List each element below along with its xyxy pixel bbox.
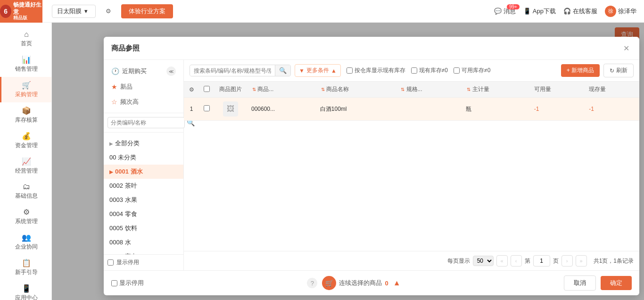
category-all[interactable]: ▶ 全部分类 — [104, 136, 183, 150]
sidebar-item-purchase[interactable]: 🛒 采购管理 — [0, 77, 51, 102]
product-search-box: 🔍 — [190, 65, 291, 76]
collapse-panel-button[interactable]: ≪ — [166, 67, 176, 76]
sidebar-item-finance[interactable]: 💰 资金管理 — [0, 128, 51, 153]
purchase-icon: 🛒 — [22, 81, 31, 90]
operations-icon: 📈 — [22, 157, 31, 166]
modal-header: 商品参照 ✕ — [104, 37, 639, 60]
category-search-section: 🔍 — [104, 113, 183, 133]
table-settings-icon[interactable]: ⚙ — [189, 86, 194, 93]
sidebar-item-apps[interactable]: 📱 应用中心 — [0, 280, 51, 300]
table-body: 1 🖼 — [184, 98, 639, 121]
category-snacks[interactable]: 0004 零食 — [104, 207, 183, 221]
user-avatar: 徐 — [605, 6, 616, 17]
th-unit: ⇅ 主计量 — [461, 82, 529, 98]
sidebar-item-enterprise[interactable]: 👥 企业协同 — [0, 229, 51, 255]
td-product-name: 白酒100ml — [315, 98, 395, 121]
category-search-input[interactable] — [107, 117, 185, 128]
cart-icon: 🛒 — [322, 276, 336, 290]
product-search-input[interactable] — [190, 66, 275, 76]
category-unclassified[interactable]: 00 未分类 — [104, 150, 183, 165]
high-frequency-btn[interactable]: ☆ 频次高 — [107, 95, 180, 109]
sidebar-item-guide[interactable]: 📋 新手引导 — [0, 255, 51, 280]
product-table-wrapper: ⚙ 商品图片 ⇅ — [184, 82, 639, 251]
chevron-up-icon: ▲ — [331, 67, 337, 74]
sidebar-item-basic-info[interactable]: 🗂 基础信息 — [0, 179, 51, 204]
cancel-button[interactable]: 取消 — [564, 275, 596, 291]
settings-icon[interactable]: ⚙ — [101, 4, 116, 18]
more-filters-button[interactable]: ▼ 更多条件 ▲ — [295, 64, 341, 77]
modal-close-button[interactable]: ✕ — [620, 42, 632, 54]
page-first-button[interactable]: « — [496, 255, 508, 267]
page-input[interactable] — [533, 255, 550, 267]
select-all-checkbox[interactable] — [204, 86, 210, 92]
td-product-unit: 瓶 — [461, 98, 529, 121]
row-checkbox[interactable] — [204, 105, 210, 111]
sidebar-item-operations[interactable]: 📈 经营管理 — [0, 153, 51, 179]
main-content: 查询 设置 刷新 商品参照 ✕ 🕐 — [52, 23, 644, 300]
product-table: ⚙ 商品图片 ⇅ — [184, 82, 639, 121]
online-service-nav-item[interactable]: 🎧 在线客服 — [563, 7, 597, 16]
experience-button[interactable]: 体验行业方案 — [121, 4, 173, 18]
sort-icon: ⇅ — [401, 87, 405, 92]
page-last-button[interactable]: » — [576, 255, 587, 267]
message-nav-item[interactable]: 💬 消息 99+ — [494, 7, 516, 16]
recent-purchase-btn[interactable]: 🕐 近期购买 ≪ — [107, 64, 180, 79]
table-row[interactable]: 1 🖼 — [184, 98, 639, 121]
td-row-no: 1 — [184, 98, 199, 121]
category-water[interactable]: 0008 水 — [104, 235, 183, 250]
sidebar-item-system[interactable]: ⚙ 系统管理 — [0, 204, 51, 229]
system-icon: ⚙ — [23, 208, 30, 217]
refresh-button[interactable]: ↻ 刷新 — [603, 64, 634, 77]
modal-title: 商品参照 — [111, 44, 140, 53]
sidebar-item-inventory[interactable]: 📦 库存核算 — [0, 102, 51, 128]
td-product-image: 🖼 — [215, 98, 247, 121]
store-selector[interactable]: 日太阳膜 ▾ — [52, 5, 96, 18]
page-next-button[interactable]: › — [561, 255, 573, 267]
cart-button[interactable]: 🛒 连续选择的商品 0 — [322, 276, 388, 290]
category-liquor[interactable]: ▶ 0001 酒水 — [104, 165, 183, 179]
add-product-button[interactable]: + 新增商品 — [561, 64, 600, 77]
modal-left-panel: 🕐 近期购买 ≪ ★ 新品 ☆ 频次高 — [104, 60, 184, 270]
chevron-down-icon: ▾ — [84, 8, 88, 15]
sidebar-item-home[interactable]: ⌂ 首页 — [0, 26, 51, 51]
help-icon[interactable]: ? — [307, 278, 317, 288]
show-disabled-section: 显示停用 — [104, 254, 183, 270]
th-spec: ⇅ 规格... — [395, 82, 461, 98]
category-electronics[interactable]: 0010 家电 — [104, 250, 183, 254]
inventory-icon: 📦 — [22, 106, 31, 115]
page-size-select[interactable]: 50 — [473, 256, 494, 266]
clock-icon: 🕐 — [111, 67, 119, 75]
refresh-icon: ↻ — [610, 67, 614, 74]
app-layout: ⌂ 首页 📊 销售管理 🛒 采购管理 📦 库存核算 💰 资金管理 📈 经营管理 … — [0, 23, 644, 300]
headset-icon: 🎧 — [563, 8, 571, 15]
message-badge: 99+ — [507, 4, 520, 9]
star-icon: ★ — [111, 83, 117, 91]
sidebar-item-sales[interactable]: 📊 销售管理 — [0, 51, 51, 77]
th-image: 商品图片 — [215, 82, 247, 98]
collapse-footer-button[interactable]: ▲ — [393, 279, 401, 287]
show-disabled-footer-checkbox[interactable] — [111, 280, 117, 286]
user-nav-item[interactable]: 徐 徐泽华 — [605, 6, 636, 17]
warehouse-stock-checkbox[interactable] — [347, 67, 353, 74]
sidebar: ⌂ 首页 📊 销售管理 🛒 采购管理 📦 库存核算 💰 资金管理 📈 经营管理 … — [0, 23, 52, 300]
page-prev-button[interactable]: ‹ — [511, 255, 522, 267]
current-stock-checkbox[interactable] — [411, 67, 417, 74]
available-stock-checkbox[interactable] — [454, 67, 460, 74]
category-drinks[interactable]: 0005 饮料 — [104, 221, 183, 235]
confirm-button[interactable]: 确定 — [601, 276, 632, 290]
show-disabled-checkbox[interactable] — [107, 259, 114, 266]
arrow-icon: ▶ — [109, 141, 113, 146]
category-tea[interactable]: 0002 茶叶 — [104, 179, 183, 193]
home-icon: ⌂ — [24, 30, 29, 39]
guide-icon: 📋 — [22, 258, 31, 267]
quick-access-section: 🕐 近期购买 ≪ ★ 新品 ☆ 频次高 — [104, 60, 183, 113]
modal-body: 🕐 近期购买 ≪ ★ 新品 ☆ 频次高 — [104, 60, 639, 270]
product-search-button[interactable]: 🔍 — [275, 65, 290, 76]
page-label: 第 — [525, 257, 530, 265]
app-download-nav-item[interactable]: 📱 App下载 — [523, 7, 556, 16]
sales-icon: 📊 — [22, 55, 31, 64]
td-product-code: 000600... — [247, 98, 315, 121]
sort-icon: ⇅ — [321, 87, 325, 92]
category-fruit[interactable]: 0003 水果 — [104, 193, 183, 207]
new-products-btn[interactable]: ★ 新品 — [107, 80, 180, 94]
